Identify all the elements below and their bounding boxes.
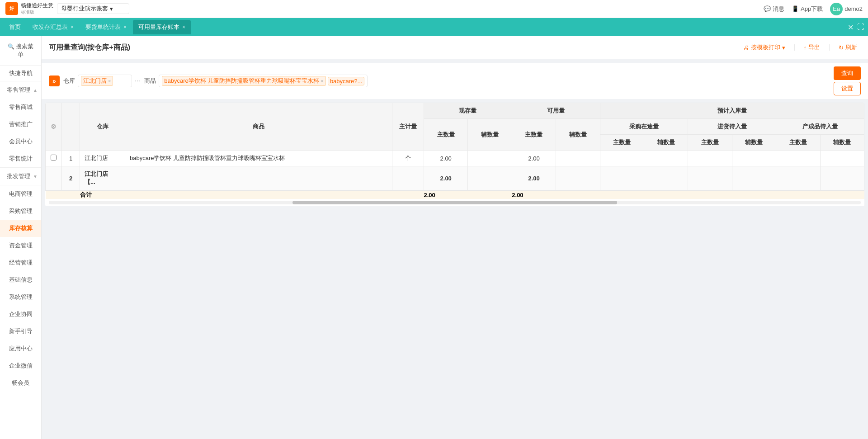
product-tag-2: babycare?... [328,77,365,85]
sidebar-item-enterprise-collab[interactable]: 企业协同 [0,306,41,323]
data-table-wrapper: ⚙ 仓库 商品 主计量 现存量 可用量 预计入库量 主数量 辅数量 主数量 [45,103,864,206]
product-tag-2-text: babycare?... [330,78,363,85]
sidebar-item-vip-member[interactable]: 畅会员 [0,374,41,392]
warehouse-tag-container[interactable]: 江北门店 × [78,75,132,87]
tab-order-stats-close[interactable]: × [123,24,127,30]
tab-home-label: 首页 [9,23,21,31]
sidebar-item-retail-mgmt[interactable]: 零售管理 ▲ [0,81,41,99]
sidebar-search-area: 🔍 搜索菜单 [0,36,41,66]
top-bar-left: 好 畅捷通好生意 标准版 母婴行业演示账套 ▾ [5,2,129,15]
filter-expand-button[interactable]: » [49,76,60,86]
td-row2-checkbox [46,166,62,191]
tab-order-stats[interactable]: 要货单统计表 × [80,20,132,34]
sidebar-item-member-center[interactable]: 会员中心 [0,133,41,150]
user-area[interactable]: Ea demo2 [830,3,863,15]
message-button[interactable]: 💬 消息 [764,5,784,13]
tab-available-inventory[interactable]: 可用量库存账本 × [133,20,191,34]
tf-no [62,190,80,199]
scroll-thumb[interactable] [292,201,617,204]
warehouse-filter-group: 仓库 江北门店 × ··· [63,75,141,87]
tab-receive-send-close[interactable]: × [71,24,74,30]
tf-checkbox [46,190,62,199]
top-bar: 好 畅捷通好生意 标准版 母婴行业演示账套 ▾ 💬 消息 📱 App下载 Ea … [0,0,868,18]
page-title: 可用量查询(按仓库+商品) [49,43,130,52]
quick-nav-label: 快捷导航 [9,70,33,76]
sidebar-item-finance-mgmt[interactable]: 资金管理 [0,237,41,254]
th-finished-pending: 产成品待入量 [776,119,864,135]
app-download-button[interactable]: 📱 App下载 [792,5,823,13]
th-unit: 主计量 [392,103,424,151]
product-tag-1-close[interactable]: × [321,78,323,84]
tab-available-inventory-close[interactable]: × [182,24,185,30]
sidebar-item-retail-mall-label: 零售商城 [4,103,38,111]
tab-close-all-icon[interactable]: ✕ [848,23,854,32]
product-filter-group: 商品 babycare学饮杯 儿童防摔防撞吸管杯重力球吸嘴杯宝宝水杯 × bab… [144,75,368,87]
tf-finished-pending-main [776,190,820,199]
sidebar-item-basic-info[interactable]: 基础信息 [0,271,41,288]
th-available-main: 主数量 [512,119,556,151]
scroll-track [49,201,861,204]
td-row1-checkbox[interactable] [46,151,62,166]
sidebar-item-member-center-label: 会员中心 [4,137,38,146]
tab-receive-send[interactable]: 收发存汇总表 × [27,20,79,34]
sidebar-item-app-center[interactable]: 应用中心 [0,340,41,357]
settings-button[interactable]: 设置 [834,82,861,95]
query-button[interactable]: 查询 [834,66,861,80]
sidebar-item-new-guide-label: 新手引导 [4,327,38,335]
avatar: Ea [830,3,843,15]
table-settings-icon[interactable]: ⚙ [51,123,57,130]
store-selector[interactable]: 母婴行业演示账套 ▾ [57,3,129,14]
th-purchase-transit: 采购在途量 [600,119,688,135]
filter-right-buttons: 查询 设置 [834,66,861,95]
sidebar-wholesale-section: 批发管理 ▼ [0,168,41,185]
th-no [62,103,80,151]
sidebar-item-wholesale-mgmt-label: 批发管理 [4,172,33,180]
row1-checkbox[interactable] [51,155,57,160]
sidebar-item-system-mgmt[interactable]: 系统管理 [0,288,41,306]
refresh-button[interactable]: ↻ 刷新 [835,42,861,53]
td-row2-finished-pending-main [776,166,820,191]
tab-maximize-icon[interactable]: ⛶ [857,23,864,31]
horizontal-scrollbar[interactable] [45,199,864,206]
warehouse-filter-label: 仓库 [63,77,75,85]
tab-home[interactable]: 首页 [4,20,26,34]
sidebar-item-ecommerce-mgmt[interactable]: 电商管理 [0,185,41,203]
warehouse-tag-1-close[interactable]: × [108,78,111,84]
product-tag-container[interactable]: babycare学饮杯 儿童防摔防撞吸管杯重力球吸嘴杯宝宝水杯 × babyca… [159,75,368,87]
td-row2-purchase-transit-main [600,166,644,191]
export-label: 导出 [808,43,820,52]
td-row2-available-aux [556,166,600,191]
sidebar-item-retail-mall[interactable]: 零售商城 [0,99,41,116]
top-bar-right: 💬 消息 📱 App下载 Ea demo2 [764,3,863,15]
sidebar-item-wholesale-mgmt[interactable]: 批发管理 ▼ [0,168,41,185]
warehouse-more-dots[interactable]: ··· [135,77,141,85]
sidebar-item-retail-mgmt-label: 零售管理 [4,86,33,94]
export-button[interactable]: ↑ 导出 [800,42,824,53]
sidebar-item-purchase-mgmt-label: 采购管理 [4,207,38,215]
warehouse-tag-1-text: 江北门店 [83,77,107,85]
sidebar-item-operations-mgmt[interactable]: 经营管理 [0,254,41,271]
search-menu-button[interactable]: 🔍 搜索菜单 [4,40,38,61]
td-row1-inbound-pending-aux [732,151,776,166]
sidebar-item-inventory-check[interactable]: 库存核算 [0,220,41,237]
tf-available-main: 2.00 [512,190,556,199]
sidebar-quick-nav[interactable]: 快捷导航 [0,66,41,81]
th-settings: ⚙ [46,103,62,151]
th-finished-pending-aux: 辅数量 [820,135,864,151]
td-row2-no: 2 [62,166,80,191]
phone-icon: 📱 [792,5,799,12]
print-template-button[interactable]: 🖨 按模板打印 ▾ [740,42,789,53]
logo-sub: 标准版 [21,9,53,15]
sidebar-item-retail-stats[interactable]: 零售统计 [0,150,41,167]
message-icon: 💬 [764,5,771,12]
sidebar: 🔍 搜索菜单 快捷导航 零售管理 ▲ 零售商城 营销推广 会员中心 零售统计 [0,36,42,439]
sidebar-item-purchase-mgmt[interactable]: 采购管理 [0,203,41,220]
sidebar-item-finance-mgmt-label: 资金管理 [4,241,38,250]
tf-label: 合计 [80,190,125,199]
sidebar-item-enterprise-wechat[interactable]: 企业微信 [0,357,41,374]
sidebar-item-marketing[interactable]: 营销推广 [0,116,41,133]
chevron-icon-2: ▼ [33,174,38,179]
chevron-icon: ▲ [33,88,38,93]
sidebar-item-new-guide[interactable]: 新手引导 [0,323,41,340]
sidebar-item-marketing-label: 营销推广 [4,120,38,128]
